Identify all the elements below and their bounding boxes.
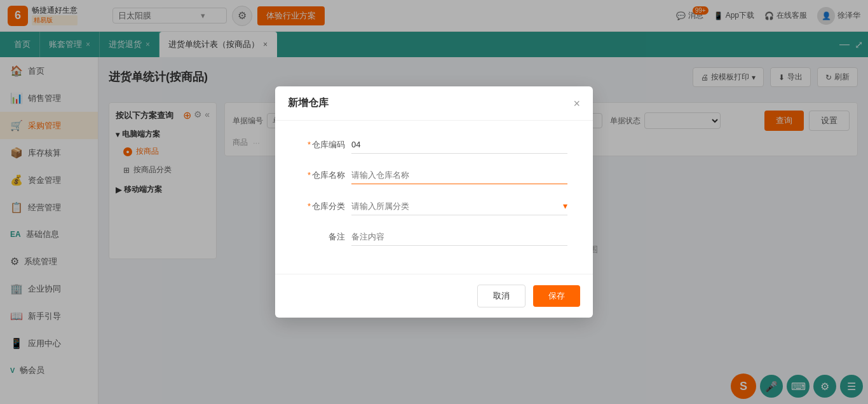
field-warehouse-category-input[interactable]	[351, 201, 563, 211]
category-dropdown-icon: ▾	[563, 201, 567, 211]
field-warehouse-category-row: 仓库分类 ▾	[301, 197, 567, 215]
field-warehouse-name-input[interactable]	[351, 166, 567, 184]
modal-overlay: 新增仓库 × 仓库编码 仓库名称 仓库分类 ▾	[0, 0, 868, 404]
modal-body: 仓库编码 仓库名称 仓库分类 ▾ 备注	[275, 121, 593, 274]
field-warehouse-code-input[interactable]	[351, 136, 567, 154]
modal-title: 新增仓库	[288, 97, 329, 110]
field-warehouse-name-row: 仓库名称	[301, 166, 567, 184]
field-remark-input[interactable]	[351, 228, 567, 246]
modal-header: 新增仓库 ×	[275, 86, 593, 121]
field-warehouse-category-label: 仓库分类	[301, 201, 351, 212]
modal-footer: 取消 保存	[275, 274, 593, 318]
field-warehouse-name-label: 仓库名称	[301, 170, 351, 181]
field-warehouse-code-label: 仓库编码	[301, 139, 351, 151]
add-warehouse-modal: 新增仓库 × 仓库编码 仓库名称 仓库分类 ▾	[275, 86, 593, 318]
field-remark-row: 备注	[301, 228, 567, 246]
modal-cancel-button[interactable]: 取消	[477, 285, 526, 307]
field-warehouse-category-select[interactable]: ▾	[351, 197, 567, 215]
modal-close-button[interactable]: ×	[573, 98, 580, 109]
field-remark-label: 备注	[301, 231, 351, 243]
modal-save-button[interactable]: 保存	[533, 285, 580, 307]
field-warehouse-code-row: 仓库编码	[301, 136, 567, 154]
